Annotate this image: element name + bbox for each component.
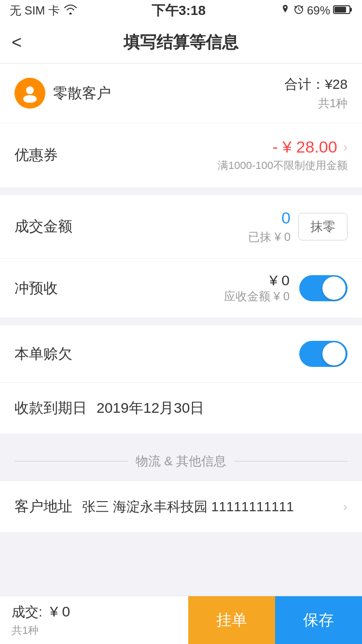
prepayment-right: ¥ 0 应收金额 ¥ 0 [224,272,348,304]
status-bar: 无 SIM 卡 下午3:18 69% [0,0,362,21]
alarm-icon [293,4,304,17]
prepayment-receivable: 应收金额 ¥ 0 [224,289,290,304]
toggle-knob [322,277,346,300]
wifi-icon [64,4,77,17]
address-row[interactable]: 客户地址 张三 海淀永丰科技园 11111111111 › [0,481,362,532]
bottom-bar: 成交: ¥ 0 共1种 挂单 保存 [0,596,362,644]
deal-amount-sub: 已抹 ¥ 0 [248,229,291,245]
customer-section: 零散客户 合计：¥28 共1种 优惠券 - ¥ 28.00 › 满1000-10… [0,64,362,187]
debt-section: 本单赊欠 收款到期日 2019年12月30日 [0,325,362,434]
prepayment-amounts: ¥ 0 应收金额 ¥ 0 [224,272,290,304]
svg-rect-3 [334,7,346,13]
logistics-divider: 物流 & 其他信息 [0,441,362,481]
battery-text: 69% [307,4,330,17]
back-button[interactable]: < [12,32,22,53]
bottom-count: 共1种 [12,623,177,638]
status-right: 69% [280,4,352,17]
bottom-info: 成交: ¥ 0 共1种 [0,596,188,644]
coupon-discount: - ¥ 28.00 [272,138,337,156]
due-date-label: 收款到期日 [14,398,87,418]
coupon-desc: 满1000-100不限制使用金额 [218,158,348,173]
deal-amount-row: 成交金额 0 已抹 ¥ 0 抹零 [0,195,362,259]
carrier-text: 无 SIM 卡 [10,3,60,18]
customer-row: 零散客户 合计：¥28 共1种 [0,64,362,123]
status-time: 下午3:18 [152,1,206,20]
coupon-label: 优惠券 [14,145,58,165]
deal-amount-stack: 0 已抹 ¥ 0 [248,209,291,245]
bottom-deal-label: 成交: [12,604,42,619]
prepayment-toggle[interactable] [299,275,348,301]
address-value: 张三 海淀永丰科技园 11111111111 [82,498,339,516]
debt-toggle-knob [322,342,346,365]
round-down-button[interactable]: 抹零 [298,213,348,240]
location-icon [280,4,291,17]
address-label: 客户地址 [14,497,72,517]
logistics-line-right [234,461,348,462]
customer-left: 零散客户 [14,78,111,109]
coupon-arrow-icon: › [343,140,348,155]
save-button[interactable]: 保存 [275,596,362,644]
bottom-deal-amount: ¥ 0 [50,603,70,619]
content: 零散客户 合计：¥28 共1种 优惠券 - ¥ 28.00 › 满1000-10… [0,64,362,598]
prepayment-amount: ¥ 0 [269,272,290,289]
debt-toggle[interactable] [299,341,348,367]
debt-row: 本单赊欠 [0,325,362,383]
prepayment-row: 冲预收 ¥ 0 应收金额 ¥ 0 [0,259,362,318]
deal-amount-label: 成交金额 [14,217,72,237]
svg-point-5 [23,95,37,103]
deal-amount-section: 成交金额 0 已抹 ¥ 0 抹零 冲预收 ¥ 0 应收金额 ¥ 0 [0,195,362,318]
logistics-label: 物流 & 其他信息 [136,453,226,470]
status-left: 无 SIM 卡 [10,3,77,18]
customer-name: 零散客户 [53,84,111,103]
address-arrow-icon: › [343,499,348,515]
due-date-row: 收款到期日 2019年12月30日 [0,383,362,434]
coupon-row[interactable]: 优惠券 - ¥ 28.00 › 满1000-100不限制使用金额 [0,123,362,187]
debt-label: 本单赊欠 [14,344,72,364]
customer-total: 合计：¥28 [284,75,348,94]
customer-count: 共1种 [284,96,348,111]
svg-point-4 [26,86,34,94]
prepayment-label: 冲预收 [14,279,58,298]
svg-rect-2 [350,8,352,12]
bottom-deal-row: 成交: ¥ 0 [12,603,177,621]
nav-bar: < 填写结算等信息 [0,21,362,64]
hang-order-button[interactable]: 挂单 [188,596,275,644]
customer-right: 合计：¥28 共1种 [284,75,348,111]
deal-amount-right: 0 已抹 ¥ 0 抹零 [248,209,348,245]
battery-icon [333,4,352,17]
address-section: 客户地址 张三 海淀永丰科技园 11111111111 › [0,481,362,532]
due-date-value: 2019年12月30日 [97,398,204,418]
page-title: 填写结算等信息 [124,31,238,54]
coupon-right-wrap: - ¥ 28.00 › 满1000-100不限制使用金额 [218,138,348,173]
customer-avatar [14,78,45,109]
logistics-line-left [14,461,128,462]
deal-amount-value[interactable]: 0 [262,209,291,227]
